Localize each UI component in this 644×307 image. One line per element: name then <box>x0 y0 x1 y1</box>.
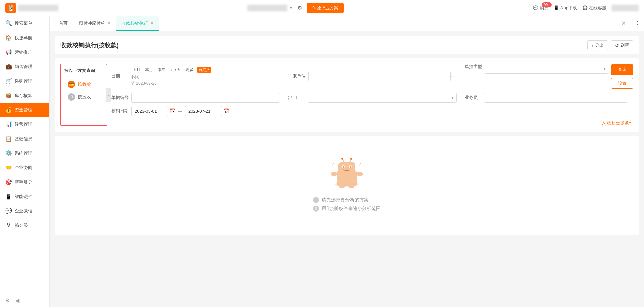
sidebar-item-quick-nav[interactable]: 🏠 快捷导航 <box>0 31 49 45</box>
tab-home-label: 首页 <box>59 20 68 27</box>
tab-home[interactable]: 首页 <box>54 16 73 31</box>
sidebar-item-marketing[interactable]: 📢 营销推广 <box>0 45 49 59</box>
online-service-label: 在线客服 <box>589 5 606 11</box>
sidebar-item-purchase[interactable]: 🛒 采购管理 <box>0 74 49 88</box>
tip-num-1: 1 <box>313 197 319 203</box>
tip-text-2: 用[过滤]条件来缩小分析范围 <box>322 206 381 212</box>
sidebar-item-smart-hw[interactable]: 📱 智能硬件 <box>0 189 49 204</box>
wechat-work-icon: 💬 <box>5 208 11 214</box>
sidebar-item-inventory[interactable]: 📦 库存核算 <box>0 88 49 103</box>
basic-info-icon: 📋 <box>5 136 11 142</box>
settings-icon[interactable]: ⚙ <box>295 3 304 13</box>
doctype-label: 单据类型 <box>465 64 482 70</box>
sidebar-item-ops[interactable]: 📊 经营管理 <box>0 117 49 132</box>
message-badge: 99+ <box>542 2 552 7</box>
message-icon: 💬 <box>533 5 538 10</box>
docno-input[interactable] <box>131 93 280 103</box>
shortcut-custom[interactable]: 自定义 <box>197 67 211 73</box>
tab-prepay-label: 预付冲应付单 <box>79 20 105 27</box>
tab-close-btn[interactable]: ✕ <box>619 19 628 28</box>
collapse-label: 收起更多条件 <box>607 120 633 126</box>
filter-main-wrapper: 日期 上月 本月 本年 近7天 更多 自定义 不限 <box>111 64 633 126</box>
chevron-down-icon[interactable]: ▾ <box>290 6 292 10</box>
filter-section: 按以下方案查询 💳 按收款 ⏱ 按应收 » <box>55 58 639 132</box>
tab-expand-btn[interactable]: ⛶ <box>631 19 640 28</box>
refresh-btn[interactable]: ↺ 刷新 <box>611 40 633 50</box>
salesperson-input[interactable] <box>484 93 627 103</box>
filter-row-date: 日期 上月 本月 本年 近7天 更多 自定义 不限 <box>111 64 280 89</box>
filter-option-receivable[interactable]: ⏱ 按应收 <box>64 91 103 103</box>
industry-btn[interactable]: 休验行业方案 <box>307 3 344 13</box>
filter-row-salesperson: 业务员 ··· <box>465 93 633 103</box>
sidebar-item-wechat-work[interactable]: 💬 企业微信 <box>0 204 49 218</box>
svg-point-6 <box>350 166 351 168</box>
page-title-bar: 收款核销执行(按收款) ↑ 导出 ↺ 刷新 <box>55 36 639 54</box>
salesperson-label: 业务员 <box>465 95 481 101</box>
verify-date-end-input[interactable] <box>185 106 222 116</box>
settings-bottom-icon[interactable]: ⚙ <box>5 297 10 304</box>
empty-robot-svg: ? ? <box>327 156 367 189</box>
content-area: 首页 预付冲应付单 ✕ 收款核销执行 ✕ ✕ ⛶ 收款核销执行(按收款) <box>50 16 644 307</box>
app-icon: 📱 <box>554 5 559 10</box>
tip-text-1: 请先选择要分析的方案 <box>322 197 369 203</box>
sidebar-item-fund[interactable]: 💰 资金管理 <box>0 103 49 117</box>
receipt-option-label: 按收款 <box>78 81 91 87</box>
empty-tips: 1 请先选择要分析的方案 2 用[过滤]条件来缩小分析范围 <box>313 197 381 214</box>
svg-point-14 <box>350 158 352 160</box>
tab-prepay-close[interactable]: ✕ <box>108 21 111 25</box>
collapse-icon: ⋀ <box>602 121 606 126</box>
verify-date-start-group: 📅 <box>131 106 175 116</box>
shortcut-this-month[interactable]: 本月 <box>144 66 154 73</box>
inventory-icon: 📦 <box>5 92 11 99</box>
sidebar-item-search-menu[interactable]: 🔍 搜索菜单 <box>0 16 49 31</box>
verify-date-start-input[interactable] <box>131 106 168 116</box>
sidebar-item-basic-info[interactable]: 📋 基础信息 <box>0 132 49 146</box>
marketing-icon: 📢 <box>5 49 11 55</box>
online-service-btn[interactable]: 🎧 在线客服 <box>582 5 606 11</box>
receivable-option-icon: ⏱ <box>68 93 75 101</box>
dept-select[interactable] <box>308 93 457 103</box>
tab-receipt-verify[interactable]: 收款核销执行 ✕ <box>116 16 159 31</box>
counterparty-input[interactable] <box>308 71 451 81</box>
filter-sidebar-title: 按以下方案查询 <box>64 68 103 74</box>
tab-bar: 首页 预付冲应付单 ✕ 收款核销执行 ✕ ✕ ⛶ <box>50 16 644 31</box>
sidebar: 🔍 搜索菜单 🏠 快捷导航 📢 营销推广 💼 销售管理 🛒 采购管理 📦 库存核… <box>0 16 50 307</box>
doctype-select[interactable] <box>485 64 608 74</box>
page-title-actions: ↑ 导出 ↺ 刷新 <box>587 40 634 50</box>
message-btn[interactable]: 💬 消息 99+ <box>533 5 548 11</box>
shortcut-more[interactable]: 更多 <box>184 66 195 73</box>
shortcut-this-year[interactable]: 本年 <box>156 66 167 73</box>
query-btn[interactable]: 查询 <box>611 64 633 75</box>
more-conditions-btn[interactable]: ⋀ 收起更多条件 <box>602 120 633 126</box>
svg-text:?: ? <box>359 162 361 167</box>
ops-icon: 📊 <box>5 121 11 127</box>
page-content: 收款核销执行(按收款) ↑ 导出 ↺ 刷新 按以下方案查询 <box>50 31 644 307</box>
filter-settings-btn[interactable]: 设置 <box>611 78 633 89</box>
collab-icon: 🤝 <box>5 164 11 171</box>
sidebar-item-vip[interactable]: Ⅴ 畅会员 <box>0 218 49 233</box>
sidebar-label-guide: 新手引导 <box>15 179 32 185</box>
tab-receipt-verify-close[interactable]: ✕ <box>151 21 154 25</box>
app-download-btn[interactable]: 📱 App下载 <box>554 5 577 11</box>
export-btn[interactable]: ↑ 导出 <box>587 40 608 50</box>
sidebar-item-guide[interactable]: 🎯 新手引导 <box>0 175 49 189</box>
sidebar-label-quick-nav: 快捷导航 <box>15 35 32 41</box>
app-download-label: App下载 <box>560 5 577 11</box>
export-icon: ↑ <box>592 43 594 48</box>
sidebar-item-enterprise-collab[interactable]: 🤝 企业协同 <box>0 160 49 175</box>
date-shortcuts: 上月 本月 本年 近7天 更多 自定义 <box>131 66 280 73</box>
svg-rect-7 <box>331 172 337 176</box>
refresh-label: 刷新 <box>620 42 629 48</box>
verify-date-start-calendar-icon[interactable]: 📅 <box>170 108 175 114</box>
sidebar-item-sys-mgmt[interactable]: ⚙️ 系统管理 <box>0 146 49 160</box>
shortcut-last-month[interactable]: 上月 <box>131 66 142 73</box>
filter-sidebar-collapse[interactable]: » <box>106 88 111 102</box>
verify-date-end-calendar-icon[interactable]: 📅 <box>223 108 229 114</box>
filter-option-receipt[interactable]: 💳 按收款 <box>64 78 103 91</box>
vip-icon: Ⅴ <box>5 222 11 228</box>
sidebar-item-sales[interactable]: 💼 销售管理 <box>0 59 49 74</box>
collapse-sidebar-icon[interactable]: ◀ <box>15 297 19 304</box>
filter-row-doctype: 单据类型 ▾ 查询 设置 <box>465 64 633 89</box>
shortcut-7days[interactable]: 近7天 <box>169 66 182 73</box>
tab-prepay[interactable]: 预付冲应付单 ✕ <box>73 16 116 31</box>
